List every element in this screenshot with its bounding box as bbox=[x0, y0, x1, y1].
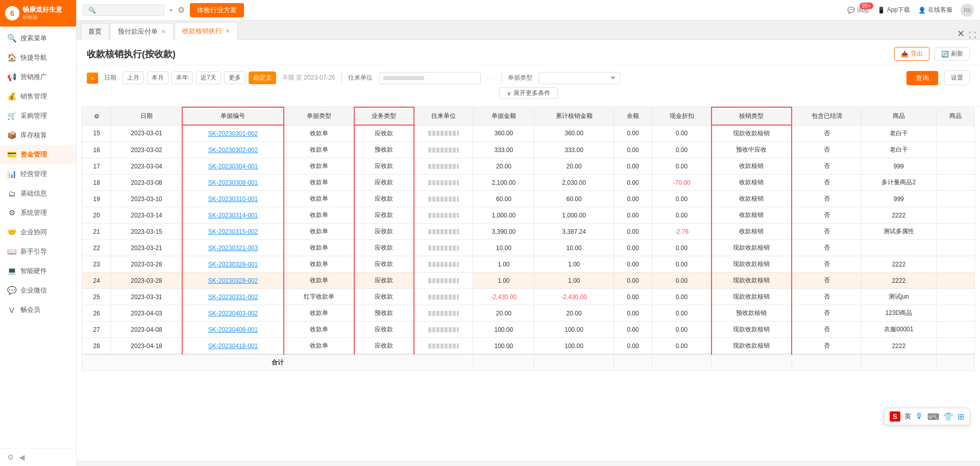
voucher-link[interactable]: SK-20230302-002 bbox=[208, 146, 258, 154]
settings-bottom-icon[interactable]: ⚙ bbox=[7, 453, 14, 462]
user-avatar[interactable]: Rit bbox=[961, 4, 974, 17]
voucher-link[interactable]: SK-20230328-002 bbox=[208, 277, 258, 284]
query-button[interactable]: 查询 bbox=[906, 71, 938, 85]
refresh-button[interactable]: 🔄 刷新 bbox=[935, 47, 970, 61]
industry-solution-button[interactable]: 体验行业方案 bbox=[190, 3, 244, 17]
cell-counterpart bbox=[414, 175, 473, 191]
dropdown-chevron-icon[interactable]: ▾ bbox=[169, 7, 173, 14]
tab-close-prepay[interactable]: ✕ bbox=[161, 28, 166, 35]
voucher-link[interactable]: SK-20230304-001 bbox=[208, 163, 258, 170]
window-maximize-button[interactable]: ⛶ bbox=[969, 31, 976, 39]
voucher-link[interactable]: SK-20230418-001 bbox=[208, 342, 258, 350]
cell-voucher-no[interactable]: SK-20230308-001 bbox=[182, 175, 284, 191]
date-last-month[interactable]: 上月 bbox=[122, 71, 144, 84]
gear-icon[interactable]: ⚙ bbox=[178, 5, 185, 15]
sidebar-item-marketing[interactable]: 📢营销推广 bbox=[0, 67, 76, 87]
cell-seq: 27 bbox=[82, 322, 111, 338]
sidebar-item-cooperation[interactable]: 🤝企业协同 bbox=[0, 223, 76, 242]
cell-write-off-type: 现款收款核销 bbox=[712, 289, 792, 305]
cell-voucher-no[interactable]: SK-20230304-001 bbox=[182, 158, 284, 175]
cell-voucher-no[interactable]: SK-20230315-002 bbox=[182, 224, 284, 240]
cell-voucher-no[interactable]: SK-20230302-002 bbox=[182, 142, 284, 158]
voucher-link[interactable]: SK-20230315-002 bbox=[208, 228, 258, 235]
message-button[interactable]: 💬 消息 99+ bbox=[847, 6, 869, 14]
voucher-link[interactable]: SK-20230328-001 bbox=[208, 261, 258, 268]
date-this-year[interactable]: 本年 bbox=[172, 71, 193, 84]
sidebar-item-purchase[interactable]: 🛒采购管理 bbox=[0, 106, 76, 126]
cell-voucher-no[interactable]: SK-20230403-002 bbox=[182, 305, 284, 322]
voucher-link[interactable]: SK-20230331-002 bbox=[208, 293, 258, 301]
watermark-text-ying[interactable]: 英 bbox=[904, 412, 911, 421]
sidebar-item-hardware[interactable]: 💻智能硬件 bbox=[0, 261, 76, 281]
cell-voucher-no[interactable]: SK-20230310-001 bbox=[182, 191, 284, 207]
tab-prepay[interactable]: 预付款应付单 ✕ bbox=[110, 23, 174, 40]
sidebar-item-quicknav[interactable]: 🏠快捷导航 bbox=[0, 48, 76, 67]
date-7days[interactable]: 近7天 bbox=[196, 71, 221, 84]
cell-voucher-no[interactable]: SK-20230408-001 bbox=[182, 322, 284, 338]
voucher-link[interactable]: SK-20230308-001 bbox=[208, 179, 258, 186]
sidebar-item-inventory[interactable]: 📦库存核算 bbox=[0, 126, 76, 145]
expand-more-button[interactable]: ∨ 展开更多条件 bbox=[499, 87, 558, 99]
date-custom[interactable]: 自定义 bbox=[249, 71, 276, 84]
date-this-month[interactable]: 本月 bbox=[147, 71, 168, 84]
cell-biz-type: 应收款 bbox=[354, 240, 414, 256]
counterpart-input[interactable] bbox=[379, 72, 481, 84]
sidebar-item-member[interactable]: V畅会员 bbox=[0, 300, 76, 320]
voucher-link[interactable]: SK-20230314-001 bbox=[208, 212, 258, 219]
cell-voucher-no[interactable]: SK-20230314-001 bbox=[182, 207, 284, 224]
cell-voucher-no[interactable]: SK-20230301-002 bbox=[182, 125, 284, 142]
cell-include-cleared: 否 bbox=[792, 207, 861, 224]
voucher-link[interactable]: SK-20230408-001 bbox=[208, 326, 258, 333]
cell-include-cleared: 否 bbox=[792, 305, 861, 322]
cell-seq: 15 bbox=[82, 125, 111, 142]
tab-receipt-writeoff[interactable]: 收款核销执行 ✕ bbox=[175, 22, 238, 40]
sidebar-item-search[interactable]: 🔍搜索菜单 bbox=[0, 29, 76, 48]
filter-settings-button[interactable]: 设置 bbox=[944, 70, 970, 85]
topbar-search-box[interactable]: 🔍 bbox=[83, 5, 164, 16]
col-header-voucher-no: 单据编号 bbox=[182, 107, 284, 125]
voucher-link[interactable]: SK-20230310-001 bbox=[208, 195, 258, 203]
cell-balance: 0.00 bbox=[614, 289, 652, 305]
filter-expand-arrow[interactable]: » bbox=[87, 72, 98, 84]
cell-voucher-no[interactable]: SK-20230321-003 bbox=[182, 240, 284, 256]
sidebar-item-basic[interactable]: 🗂基础信息 bbox=[0, 184, 76, 203]
sidebar-item-finance[interactable]: 💳资金管理 bbox=[0, 145, 76, 164]
mic-icon[interactable]: 🎙 bbox=[915, 412, 923, 421]
cell-counterpart bbox=[414, 207, 473, 224]
voucher-link[interactable]: SK-20230301-002 bbox=[208, 130, 258, 137]
keyboard-icon[interactable]: ⌨ bbox=[927, 412, 939, 422]
cell-amount: 1.00 bbox=[473, 273, 534, 289]
cell-amount: 1,000.00 bbox=[473, 207, 534, 224]
sidebar-item-wechat[interactable]: 💬企业微信 bbox=[0, 281, 76, 300]
table-horizontal-scrollbar[interactable] bbox=[77, 461, 980, 466]
date-more[interactable]: 更多 bbox=[224, 71, 246, 84]
window-close-button[interactable]: ✕ bbox=[957, 28, 965, 39]
tab-home[interactable]: 首页 bbox=[81, 23, 109, 40]
tab-close-receipt[interactable]: ✕ bbox=[225, 28, 230, 35]
voucher-link[interactable]: SK-20230403-002 bbox=[208, 310, 258, 317]
topbar: 🔍 ▾ ⚙ 体验行业方案 💬 消息 99+ 📱 App下载 👤 在线客服 Rit bbox=[77, 0, 980, 20]
sidebar-item-operation[interactable]: 📊经营管理 bbox=[0, 164, 76, 184]
cell-voucher-no[interactable]: SK-20230328-001 bbox=[182, 256, 284, 273]
voucher-link[interactable]: SK-20230321-003 bbox=[208, 244, 258, 252]
collapse-icon[interactable]: ◀ bbox=[19, 453, 25, 462]
cell-amount: 100.00 bbox=[473, 338, 534, 355]
cell-voucher-no[interactable]: SK-20230331-002 bbox=[182, 289, 284, 305]
cell-voucher-no[interactable]: SK-20230328-002 bbox=[182, 273, 284, 289]
cell-amount: 333.00 bbox=[473, 142, 534, 158]
sidebar-item-sales[interactable]: 💰销售管理 bbox=[0, 87, 76, 106]
export-button[interactable]: 📤 导出 bbox=[894, 47, 929, 61]
sidebar-item-system[interactable]: ⚙系统管理 bbox=[0, 203, 76, 223]
basic-icon: 🗂 bbox=[7, 189, 16, 198]
search-icon: 🔍 bbox=[7, 34, 16, 43]
finance-icon: 💳 bbox=[7, 150, 16, 159]
app-download-button[interactable]: 📱 App下载 bbox=[877, 6, 910, 14]
shirt-icon[interactable]: 👕 bbox=[943, 412, 953, 422]
online-service-button[interactable]: 👤 在线客服 bbox=[918, 6, 952, 14]
grid-icon[interactable]: ⊞ bbox=[958, 412, 964, 422]
voucher-type-select[interactable] bbox=[538, 72, 620, 84]
sidebar-item-guide[interactable]: 📖新手引导 bbox=[0, 242, 76, 261]
cell-voucher-no[interactable]: SK-20230418-001 bbox=[182, 338, 284, 355]
cell-counterpart bbox=[414, 338, 473, 355]
cell-biz-type: 应收款 bbox=[354, 322, 414, 338]
